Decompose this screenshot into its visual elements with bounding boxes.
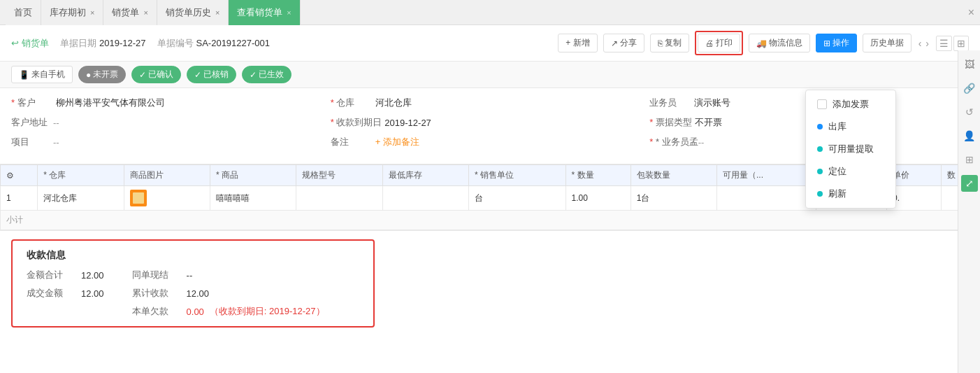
new-button[interactable]: + 新增 bbox=[558, 34, 597, 52]
cell-min-stock bbox=[382, 186, 468, 211]
next-arrow[interactable]: › bbox=[924, 38, 930, 49]
tab-bar: 首页 库存期初 × 销货单 × 销货单历史 × 查看销货单 × × bbox=[0, 0, 980, 25]
sidebar-image-icon[interactable]: 🖼 bbox=[961, 56, 978, 73]
cell-quantity: 1.00 bbox=[565, 186, 630, 211]
payment-due-val: 0.00 bbox=[187, 307, 204, 317]
doc-date-label: 单据日期 bbox=[60, 37, 96, 50]
share-button[interactable]: ↗ 分享 bbox=[603, 34, 644, 52]
payment-same-order-key: 同单现结 bbox=[132, 269, 181, 281]
share-icon: ↗ bbox=[611, 38, 618, 48]
tab-sales-order-close[interactable]: × bbox=[143, 8, 147, 17]
tab-sales-history-close[interactable]: × bbox=[215, 8, 219, 17]
payment-due-row: 本单欠款 0.00 （收款到期日: 2019-12-27） bbox=[132, 305, 325, 318]
cell-num: 1 bbox=[1, 186, 38, 211]
prev-arrow[interactable]: ‹ bbox=[917, 38, 923, 49]
payment-date-value: 2019-12-27 bbox=[384, 118, 431, 128]
doc-meta: 单据日期 2019-12-27 单据编号 SA-20191227-001 bbox=[60, 37, 558, 50]
refresh-label: 刷新 bbox=[828, 188, 846, 200]
cell-product: 嘻嘻嘻嘻 bbox=[210, 186, 296, 211]
col-min-stock: 最低库存 bbox=[382, 165, 468, 186]
outbound-icon bbox=[817, 124, 823, 129]
tab-view-sales-close[interactable]: × bbox=[287, 8, 291, 17]
salesperson-value: -- bbox=[698, 137, 705, 148]
tab-view-sales[interactable]: 查看销货单 × bbox=[229, 0, 300, 25]
from-phone-button[interactable]: 📱 来自手机 bbox=[11, 66, 73, 83]
doc-type-icon: ↩ bbox=[11, 38, 19, 48]
print-button[interactable]: 🖨 打印 bbox=[698, 34, 740, 52]
payment-rows: 金额合计 12.00 成交金额 12.00 同单现结 -- 累计收款 bbox=[27, 269, 359, 318]
payment-same-order-row: 同单现结 -- bbox=[132, 269, 325, 281]
tab-sales-history-label: 销货单历史 bbox=[166, 6, 211, 19]
project-field: 项目 -- bbox=[11, 136, 331, 148]
col-warehouse: * 仓库 bbox=[38, 165, 124, 186]
grid-icon: ⊞ bbox=[823, 38, 830, 48]
tab-inventory-init[interactable]: 库存期初 × bbox=[41, 0, 103, 25]
view-icons: ☰ ⊞ bbox=[936, 36, 969, 51]
sidebar-table-icon[interactable]: ⊞ bbox=[961, 151, 978, 168]
staff-value: 演示账号 bbox=[694, 97, 730, 109]
dropdown-outbound[interactable]: 出库 bbox=[806, 115, 895, 138]
remark-label: 备注 bbox=[331, 136, 373, 148]
tab-sales-order[interactable]: 销货单 × bbox=[103, 0, 157, 25]
invoice-icon bbox=[817, 99, 827, 109]
effective-check-icon: ✓ bbox=[250, 70, 257, 80]
payment-due-extra: （收款到期日: 2019-12-27） bbox=[210, 305, 325, 318]
history-button[interactable]: 历史单据 bbox=[863, 34, 911, 52]
payment-deal-val: 12.00 bbox=[81, 288, 104, 299]
doc-type-label: 销货单 bbox=[22, 37, 49, 50]
cell-unit: 台 bbox=[469, 186, 566, 211]
product-image-inner bbox=[133, 192, 144, 204]
payment-date-label: 收款到期日 bbox=[331, 116, 382, 129]
dropdown-available-qty[interactable]: 可用量提取 bbox=[806, 138, 895, 160]
grid-view-icon[interactable]: ⊞ bbox=[953, 36, 969, 51]
sidebar-expand-icon[interactable]: ⤢ bbox=[961, 175, 978, 192]
sold-button[interactable]: ✓ 已核销 bbox=[187, 66, 236, 83]
col-settings[interactable]: ⚙ bbox=[1, 165, 38, 186]
doc-type-badge: ↩ 销货单 bbox=[11, 37, 49, 50]
payment-cumulative-key: 累计收款 bbox=[132, 287, 181, 300]
dropdown-add-invoice[interactable]: 添加发票 bbox=[806, 93, 895, 115]
payment-same-order-val: -- bbox=[187, 270, 193, 281]
not-open-button[interactable]: ● 未开票 bbox=[78, 66, 126, 83]
operation-button[interactable]: ⊞ 操作 bbox=[816, 34, 857, 52]
sidebar-link-icon[interactable]: 🔗 bbox=[961, 80, 978, 97]
payment-cumulative-val: 12.00 bbox=[187, 288, 210, 299]
col-available: 可用量（... bbox=[717, 165, 816, 186]
warehouse-label: 仓库 bbox=[331, 97, 373, 109]
col-quantity: * 数量 bbox=[565, 165, 630, 186]
confirm-button[interactable]: ✓ 已确认 bbox=[131, 66, 181, 83]
tab-sales-order-label: 销货单 bbox=[112, 6, 139, 19]
ticket-type-label: 票据类型 bbox=[649, 116, 692, 129]
tab-inventory-init-label: 库存期初 bbox=[50, 6, 86, 19]
dropdown-refresh[interactable]: 刷新 bbox=[806, 183, 895, 205]
customer-value: 柳州粤港平安气体有限公司 bbox=[56, 97, 165, 109]
payment-col-left: 金额合计 12.00 成交金额 12.00 bbox=[27, 269, 104, 318]
copy-icon: ⎘ bbox=[658, 38, 663, 48]
address-field: 客户地址 -- bbox=[11, 116, 331, 129]
project-value: -- bbox=[53, 137, 59, 148]
sidebar-person-icon[interactable]: 👤 bbox=[961, 127, 978, 144]
tab-sales-history[interactable]: 销货单历史 × bbox=[157, 0, 229, 25]
effective-button[interactable]: ✓ 已生效 bbox=[242, 66, 291, 83]
cell-image bbox=[124, 186, 210, 211]
customer-field: 客户 柳州粤港平安气体有限公司 bbox=[11, 97, 331, 109]
tab-home[interactable]: 首页 bbox=[6, 0, 41, 25]
copy-button[interactable]: ⎘ 复制 bbox=[650, 34, 689, 52]
payment-cumulative-row: 累计收款 12.00 bbox=[132, 287, 325, 300]
locate-icon bbox=[817, 169, 823, 174]
add-note-button[interactable]: + 添加备注 bbox=[375, 136, 419, 148]
sidebar-rotate-icon[interactable]: ↺ bbox=[961, 104, 978, 120]
col-unit: * 销售单位 bbox=[469, 165, 566, 186]
cell-available bbox=[717, 186, 816, 211]
list-view-icon[interactable]: ☰ bbox=[936, 36, 952, 51]
logistics-button[interactable]: 🚚 物流信息 bbox=[749, 34, 810, 52]
close-all-button[interactable]: × bbox=[968, 6, 974, 19]
doc-number-field: 单据编号 SA-20191227-001 bbox=[157, 37, 271, 50]
dropdown-locate[interactable]: 定位 bbox=[806, 160, 895, 183]
sold-check-icon: ✓ bbox=[194, 70, 201, 80]
subtotal-label: 小计 bbox=[1, 211, 980, 230]
tab-inventory-init-close[interactable]: × bbox=[90, 8, 94, 17]
status-row: 📱 来自手机 ● 未开票 ✓ 已确认 ✓ 已核销 ✓ 已生效 bbox=[0, 62, 980, 88]
available-qty-label: 可用量提取 bbox=[828, 143, 874, 155]
right-sidebar: 🖼 🔗 ↺ 👤 ⊞ ⤢ bbox=[958, 50, 980, 373]
